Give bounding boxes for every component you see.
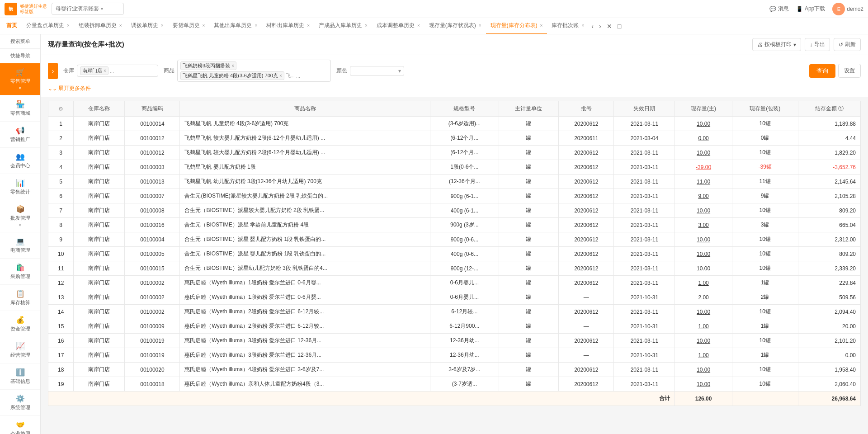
col-stock-pack: 现存量(包装) xyxy=(732,101,798,117)
app-download-btn[interactable]: 📱 App下载 xyxy=(796,5,825,13)
tab-zu-chai[interactable]: 组装拆卸单历史 × xyxy=(74,18,127,34)
sidebar-item-ecommerce[interactable]: 💻 电商管理 xyxy=(0,232,40,259)
cell-unit: 罐 xyxy=(499,189,559,203)
tab-cai-liao[interactable]: 材料出库单历史 × xyxy=(262,18,314,34)
close-icon[interactable]: × xyxy=(581,23,584,28)
sidebar-item-sys-mgmt[interactable]: ⚙️ 系统管理 xyxy=(0,390,40,416)
tab-cheng-ben[interactable]: 成本调整单历史 × xyxy=(372,18,425,34)
sidebar-item-ops[interactable]: 📈 经营管理 xyxy=(0,337,40,363)
cell-balance: 4.44 xyxy=(798,131,860,146)
cell-stock-main[interactable]: 10.00 xyxy=(675,232,732,247)
col-gear[interactable]: ⚙ xyxy=(48,101,74,117)
close-icon[interactable]: × xyxy=(231,63,234,68)
cell-stock-main[interactable]: 10.00 xyxy=(675,305,732,319)
cell-stock-main[interactable]: 9.00 xyxy=(675,189,732,203)
expand-more-btn[interactable]: ⌄⌄ 展开更多条件 xyxy=(48,85,861,92)
table-row: 14 南岸门店 00100002 惠氏启睦（Wyeth illuma）2段奶粉 … xyxy=(48,305,861,319)
user-profile[interactable]: E demo2 xyxy=(832,3,863,15)
cell-stock-main[interactable]: 10.00 xyxy=(675,334,732,348)
maximize-btn[interactable]: □ xyxy=(615,23,624,30)
cell-code: 00100008 xyxy=(125,203,180,218)
cell-stock-main[interactable]: 0.00 xyxy=(675,131,732,146)
cell-stock-main[interactable]: 2.00 xyxy=(675,290,732,305)
cell-batch: 20200612 xyxy=(559,363,614,377)
cell-stock-main[interactable]: 10.00 xyxy=(675,247,732,261)
cell-stock-main[interactable]: 10.00 xyxy=(675,146,732,160)
sidebar-item-retail-stats[interactable]: 📊 零售统计 xyxy=(0,174,40,200)
tab-pi-ci[interactable]: 库存批次账 × xyxy=(547,18,589,34)
tab-scroll-left[interactable]: ‹ xyxy=(589,23,596,30)
close-icon[interactable]: × xyxy=(540,23,543,28)
export-button[interactable]: ↓ 导出 xyxy=(805,38,830,51)
tab-close-all[interactable]: ✕ xyxy=(604,23,615,30)
tab-home[interactable]: 首页 xyxy=(2,18,22,34)
cell-stock-main[interactable]: 10.00 xyxy=(675,377,732,392)
product-input[interactable]: 飞鹤奶粉3段丙捆搭装 × 飞鹤星飞帆 儿童奶粉 4段(3-6岁适用) 700克 … xyxy=(177,60,331,82)
cell-batch: 20200612 xyxy=(559,232,614,247)
tab-scroll-right[interactable]: › xyxy=(596,23,604,30)
tab-ku-cun-zhuang[interactable]: 现存量(库存状况表) × xyxy=(425,18,486,34)
close-icon[interactable]: × xyxy=(307,23,310,28)
refresh-button[interactable]: ↺ 刷新 xyxy=(834,38,861,51)
cell-stock-main[interactable]: 11.00 xyxy=(675,175,732,189)
cell-expiry: 2021-10-31 xyxy=(614,319,675,334)
cell-stock-main[interactable]: 10.00 xyxy=(675,363,732,377)
query-button[interactable]: 查询 xyxy=(809,64,835,78)
org-selector[interactable]: 母婴行业演示账套 ▾ xyxy=(52,3,124,15)
tab-fen-pan[interactable]: 分量盘点单历史 × xyxy=(22,18,74,34)
warehouse-input[interactable]: 南岸门店 × ... xyxy=(77,65,158,77)
enterprise-icon: 🤝 xyxy=(16,420,25,429)
cell-stock-main[interactable]: 3.00 xyxy=(675,218,732,232)
close-icon[interactable]: × xyxy=(119,23,122,28)
cell-warehouse: 南岸门店 xyxy=(74,276,125,290)
tab-yao-huo[interactable]: 要货单历史 × xyxy=(168,18,210,34)
tab-ku-cun-fen[interactable]: 现存量(库存分布表) × xyxy=(486,18,547,34)
chevron-down-icon: ▾ xyxy=(398,68,401,74)
color-input[interactable]: ▾ xyxy=(350,66,404,76)
cell-stock-main[interactable]: 10.00 xyxy=(675,117,732,131)
settings-button[interactable]: 设置 xyxy=(838,64,861,78)
cell-warehouse: 南岸门店 xyxy=(74,247,125,261)
tab-tiao-bo[interactable]: 调拨单历史 × xyxy=(127,18,168,34)
ecommerce-icon: 💻 xyxy=(16,237,25,245)
table-row: 12 南岸门店 00100002 惠氏启睦（Wyeth illuma）1段奶粉 … xyxy=(48,276,861,290)
cell-stock-main[interactable]: 1.00 xyxy=(675,319,732,334)
cell-stock-main[interactable]: -39.00 xyxy=(675,160,732,175)
filter-toggle-btn[interactable]: › xyxy=(48,63,58,79)
cell-expiry: 2021-10-31 xyxy=(614,348,675,363)
sidebar-item-finance[interactable]: 💰 资金管理 xyxy=(0,311,40,337)
sidebar-item-retail-mgmt[interactable]: 🛒 零售管理 ▾ xyxy=(0,63,40,95)
close-icon[interactable]: × xyxy=(255,23,257,28)
close-icon[interactable]: × xyxy=(365,23,368,28)
close-icon[interactable]: × xyxy=(479,23,481,28)
tab-chan-pin[interactable]: 产成品入库单历史 × xyxy=(314,18,372,34)
cell-stock-main[interactable]: 1.00 xyxy=(675,276,732,290)
cell-stock-pack: 10罐 xyxy=(732,261,798,276)
cell-stock-pack: 1罐 xyxy=(732,348,798,363)
sidebar-item-wholesale[interactable]: 📦 批发管理 ▾ xyxy=(0,200,40,232)
sidebar-search[interactable]: 搜索菜单 xyxy=(0,34,40,49)
cell-stock-main[interactable]: 10.00 xyxy=(675,261,732,276)
print-button[interactable]: 🖨 按模板打印 ▾ xyxy=(752,38,801,51)
close-icon[interactable]: × xyxy=(161,23,164,28)
table-row: 6 南岸门店 00100007 合生元(BIOSTIME)派星较大婴儿配方奶粉 … xyxy=(48,189,861,203)
sidebar-item-marketing[interactable]: 📢 营销推广 xyxy=(0,122,40,148)
cell-spec: (12-36个月... xyxy=(430,175,499,189)
message-btn[interactable]: 💬 消息 xyxy=(769,5,789,13)
sidebar-item-retail-shop[interactable]: 🏪 零售商城 xyxy=(0,95,40,122)
close-icon[interactable]: × xyxy=(417,23,420,28)
close-icon[interactable]: × xyxy=(203,23,205,28)
cell-stock-pack: 1罐 xyxy=(732,276,798,290)
sidebar-item-purchase[interactable]: 🛍️ 采购管理 xyxy=(0,259,40,285)
close-icon[interactable]: × xyxy=(279,73,282,78)
sidebar-item-enterprise[interactable]: 🤝 企业协同 xyxy=(0,416,40,434)
cell-stock-main[interactable]: 10.00 xyxy=(675,203,732,218)
close-icon[interactable]: × xyxy=(67,23,70,28)
sidebar-item-inventory[interactable]: 📋 库存核算 xyxy=(0,285,40,311)
sidebar-quick-nav[interactable]: 快捷导航 xyxy=(0,49,40,63)
sidebar-item-members[interactable]: 👥 会员中心 xyxy=(0,148,40,174)
tab-qi-ta-chu[interactable]: 其他出库单历史 × xyxy=(209,18,262,34)
sidebar-item-base-info[interactable]: ℹ️ 基础信息 xyxy=(0,363,40,390)
close-icon[interactable]: × xyxy=(104,68,106,73)
cell-stock-main[interactable]: 1.00 xyxy=(675,348,732,363)
